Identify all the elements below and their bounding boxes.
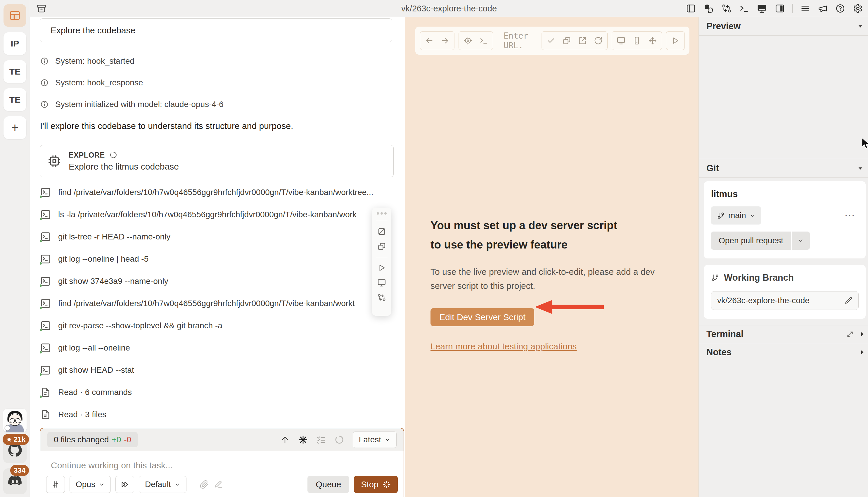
- activity-icon: [40, 387, 51, 398]
- activity-row[interactable]: git show HEAD --stat: [40, 359, 403, 381]
- info-icon: [40, 100, 49, 109]
- explore-tool-card[interactable]: EXPLORE Explore the litmus codebase: [40, 145, 394, 177]
- queue-button[interactable]: Queue: [307, 476, 349, 493]
- activity-row[interactable]: Read · 6 commands: [40, 381, 403, 403]
- sparkle-icon[interactable]: [299, 435, 308, 444]
- edit-pencil-icon[interactable]: [844, 296, 853, 304]
- desktop-view-icon[interactable]: [613, 32, 629, 49]
- rail-item-workspace[interactable]: TE: [3, 60, 26, 83]
- mobile-view-icon[interactable]: [629, 32, 645, 49]
- git-menu-button[interactable]: ⋯: [844, 213, 856, 218]
- scroll-up-icon[interactable]: [280, 435, 290, 444]
- success-dot: [40, 284, 42, 287]
- run-preview-icon[interactable]: [667, 32, 683, 49]
- files-changed-pill[interactable]: 0 files changed +0 -0: [47, 432, 138, 447]
- expand-icon[interactable]: [846, 330, 854, 338]
- git-section-header[interactable]: Git: [699, 159, 868, 178]
- preview-section-header[interactable]: Preview: [699, 17, 868, 36]
- terminal-icon[interactable]: [739, 3, 749, 13]
- panel-left-icon[interactable]: [686, 3, 696, 13]
- menu-icon[interactable]: [800, 3, 810, 13]
- stop-button[interactable]: Stop: [354, 476, 398, 493]
- rail-item-workspace[interactable]: IP: [3, 32, 26, 55]
- info-icon: [40, 57, 49, 66]
- latest-dropdown[interactable]: Latest: [353, 431, 396, 448]
- activity-text: git ls-tree -r HEAD --name-only: [58, 232, 170, 241]
- empty-state-title: You must set up a dev server script to u…: [431, 216, 688, 254]
- activity-row[interactable]: Read · 3 files: [40, 403, 403, 426]
- check-icon[interactable]: [543, 32, 559, 49]
- system-message-row[interactable]: System: hook_started: [40, 50, 391, 72]
- settings-icon[interactable]: [853, 3, 863, 13]
- monitor-icon[interactable]: [757, 3, 767, 14]
- megaphone-icon[interactable]: [818, 3, 828, 13]
- add-workspace-button[interactable]: +: [3, 116, 26, 139]
- help-icon[interactable]: [835, 3, 845, 13]
- url-input[interactable]: Enter URL.: [497, 31, 537, 50]
- play-icon[interactable]: [377, 264, 386, 272]
- activity-row[interactable]: find /private/var/folders/10/h7w0q46556g…: [40, 181, 403, 203]
- edit-dev-server-script-button[interactable]: Edit Dev Server Script: [431, 308, 534, 326]
- workspace-initials: TE: [9, 95, 20, 105]
- chevron-down-icon: [385, 437, 390, 443]
- panel-right-icon[interactable]: [775, 3, 785, 13]
- pull-request-options-dropdown[interactable]: [792, 231, 810, 250]
- fast-forward-button[interactable]: [115, 476, 134, 493]
- system-message-row[interactable]: System initialized with model: claude-op…: [40, 94, 391, 115]
- copy-url-icon[interactable]: [559, 32, 575, 49]
- discord-link[interactable]: 334: [3, 468, 27, 494]
- additions-count: +0: [112, 435, 121, 444]
- system-message-row[interactable]: System: hook_response: [40, 72, 391, 94]
- annotate-pen-button[interactable]: [214, 480, 223, 489]
- activity-row[interactable]: git log --all --oneline: [40, 337, 403, 359]
- back-button[interactable]: [421, 32, 437, 49]
- activity-row[interactable]: ls -la /private/var/folders/10/h7w0q4655…: [40, 203, 403, 226]
- activity-row[interactable]: git log --oneline | head -5: [40, 248, 403, 270]
- activity-row[interactable]: find /private/var/folders/10/h7w0q46556g…: [40, 292, 403, 315]
- notes-section-header[interactable]: Notes: [699, 343, 868, 361]
- sliders-icon: [51, 480, 60, 489]
- working-branch-field[interactable]: vk/263c-explore-the-code: [711, 291, 859, 310]
- monitor-icon[interactable]: [377, 278, 386, 287]
- drag-handle[interactable]: [377, 212, 387, 215]
- learn-more-link[interactable]: Learn more about testing applications: [431, 341, 577, 351]
- pen-icon: [214, 480, 223, 489]
- workspace-initials: TE: [9, 67, 20, 76]
- fast-forward-icon: [120, 480, 129, 489]
- profile-dropdown[interactable]: Default: [139, 476, 186, 493]
- refresh-icon[interactable]: [590, 32, 606, 49]
- attach-file-button[interactable]: [200, 480, 209, 489]
- success-dot: [40, 351, 42, 354]
- floating-toolbar: [372, 208, 391, 316]
- message-input[interactable]: Continue working on this task...: [40, 451, 404, 470]
- rail-item-kanban-active[interactable]: [3, 4, 26, 27]
- open-pull-request-button[interactable]: Open pull request: [711, 231, 791, 250]
- profile-label: Default: [145, 480, 171, 489]
- composer-header: 0 files changed +0 -0 Latest: [40, 428, 404, 451]
- activity-row[interactable]: git ls-tree -r HEAD --name-only: [40, 226, 403, 248]
- avatar[interactable]: [3, 409, 27, 432]
- annotation-arrow: [534, 299, 607, 315]
- terminal-section-header[interactable]: Terminal: [699, 325, 868, 343]
- dev-server-terminal-icon[interactable]: [476, 32, 492, 49]
- model-dropdown[interactable]: Opus: [70, 476, 111, 493]
- locate-target-icon[interactable]: [460, 32, 476, 49]
- git-compare-icon[interactable]: [377, 293, 386, 302]
- messages-icon[interactable]: [704, 3, 714, 14]
- right-sidebar: Preview Git litmus main ⋯ Open pull requ…: [698, 17, 868, 497]
- terminal-header-label: Terminal: [706, 329, 743, 339]
- settings-sliders-button[interactable]: [46, 476, 65, 493]
- open-external-icon[interactable]: [575, 32, 590, 49]
- copy-icon[interactable]: [377, 242, 386, 251]
- forward-button[interactable]: [437, 32, 453, 49]
- select-element-icon[interactable]: [377, 227, 386, 236]
- activity-row[interactable]: git show 374e3a9 --name-only: [40, 270, 403, 292]
- base-branch-dropdown[interactable]: main: [711, 207, 761, 225]
- rail-item-workspace[interactable]: TE: [3, 88, 26, 111]
- github-link[interactable]: 21k: [3, 437, 27, 463]
- move-resize-icon[interactable]: [645, 32, 661, 49]
- activity-row[interactable]: git rev-parse --show-toplevel && git bra…: [40, 315, 403, 337]
- git-compare-icon[interactable]: [722, 3, 732, 13]
- activity-text: git rev-parse --show-toplevel && git bra…: [58, 321, 222, 330]
- checklist-icon[interactable]: [317, 435, 326, 444]
